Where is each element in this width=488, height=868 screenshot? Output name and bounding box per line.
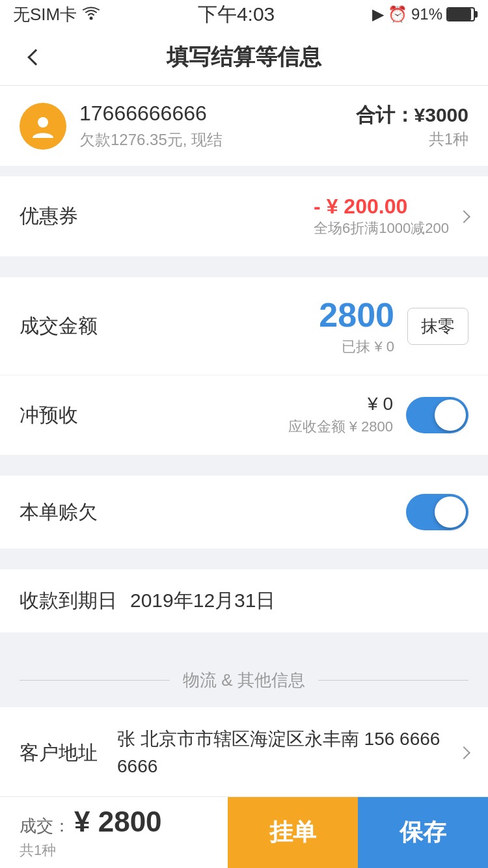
due-date-label: 收款到期日 bbox=[20, 588, 117, 614]
customer-right: 合计：¥3000 共1种 bbox=[356, 102, 468, 150]
section-divider-3 bbox=[0, 559, 488, 569]
header: 填写结算等信息 bbox=[0, 29, 488, 86]
customer-card: 17666666666 欠款1276.35元, 现结 合计：¥3000 共1种 bbox=[0, 86, 488, 166]
coupon-discount: - ¥ 200.00 bbox=[314, 195, 449, 219]
amount-right: 2800 已抹 ¥ 0 抹零 bbox=[319, 295, 468, 357]
alarm-icon: ⏰ bbox=[388, 5, 407, 23]
back-button[interactable] bbox=[20, 41, 52, 74]
prepay-right: ¥ 0 应收金额 ¥ 2800 bbox=[288, 394, 393, 437]
customer-phone: 17666666666 bbox=[79, 102, 223, 126]
section-divider-4 bbox=[0, 643, 488, 653]
logistics-divider: 物流 & 其他信息 bbox=[0, 653, 488, 707]
save-button[interactable]: 保存 bbox=[358, 797, 488, 869]
wifi-icon bbox=[82, 5, 100, 25]
battery-icon bbox=[446, 7, 475, 21]
customer-info: 17666666666 欠款1276.35元, 现结 bbox=[79, 102, 223, 150]
total-count: 共1种 bbox=[356, 129, 468, 150]
prepay-toggle[interactable] bbox=[406, 397, 468, 433]
amount-sub: 已抹 ¥ 0 bbox=[319, 337, 394, 357]
total-amount: 合计：¥3000 bbox=[356, 102, 468, 129]
customer-debt: 欠款1276.35元, 现结 bbox=[79, 129, 223, 150]
status-time: 下午4:03 bbox=[198, 1, 275, 28]
coupon-row[interactable]: 优惠券 - ¥ 200.00 全场6折满1000减200 bbox=[0, 176, 488, 256]
chevron-right-icon bbox=[457, 210, 470, 223]
address-chevron-icon bbox=[457, 746, 470, 759]
prepay-row: 冲预收 ¥ 0 应收金额 ¥ 2800 bbox=[0, 375, 488, 455]
amount-row: 成交金额 2800 已抹 ¥ 0 抹零 bbox=[0, 277, 488, 375]
customer-left: 17666666666 欠款1276.35元, 现结 bbox=[20, 102, 223, 150]
round-button[interactable]: 抹零 bbox=[407, 308, 468, 345]
carrier-label: 无SIM卡 bbox=[13, 3, 77, 26]
divider-line-left bbox=[20, 680, 170, 681]
status-left: 无SIM卡 bbox=[13, 3, 100, 26]
amount-section: 成交金额 2800 已抹 ¥ 0 抹零 冲预收 ¥ 0 应收金额 ¥ 2800 bbox=[0, 277, 488, 455]
footer-info: 成交： ¥ 2800 共1种 bbox=[0, 806, 228, 860]
due-date-value: 2019年12月31日 bbox=[130, 588, 275, 614]
svg-point-1 bbox=[38, 117, 48, 128]
divider-line-right bbox=[318, 680, 468, 681]
due-date-row: 收款到期日 2019年12月31日 bbox=[0, 569, 488, 632]
avatar bbox=[20, 103, 66, 150]
amount-label: 成交金额 bbox=[20, 313, 98, 340]
amount-value: 2800 bbox=[319, 295, 394, 334]
coupon-right: - ¥ 200.00 全场6折满1000减200 bbox=[314, 195, 468, 238]
address-value: 张 北京市市辖区海淀区永丰南 156 6666 6666 bbox=[117, 726, 455, 780]
debt-toggle-knob bbox=[435, 496, 466, 528]
debt-row: 本单赊欠 bbox=[0, 476, 488, 549]
footer-count: 共1种 bbox=[20, 841, 208, 860]
status-bar: 无SIM卡 下午4:03 ▶ ⏰ 91% bbox=[0, 0, 488, 29]
prepay-label: 冲预收 bbox=[20, 402, 78, 429]
debt-toggle[interactable] bbox=[406, 494, 468, 530]
toggle-knob bbox=[435, 400, 466, 431]
battery-label: 91% bbox=[411, 5, 442, 23]
address-label: 客户地址 bbox=[20, 740, 98, 766]
coupon-detail: 全场6折满1000减200 bbox=[314, 219, 449, 238]
footer: 成交： ¥ 2800 共1种 挂单 保存 bbox=[0, 796, 488, 868]
page-title: 填写结算等信息 bbox=[52, 42, 436, 72]
svg-point-0 bbox=[90, 16, 93, 20]
coupon-label: 优惠券 bbox=[20, 203, 78, 230]
prepay-amount: ¥ 0 bbox=[368, 394, 393, 414]
address-row[interactable]: 客户地址 张 北京市市辖区海淀区永丰南 156 6666 6666 bbox=[0, 707, 488, 798]
section-divider-2 bbox=[0, 465, 488, 476]
footer-amount: ¥ 2800 bbox=[74, 806, 162, 838]
back-arrow-icon bbox=[27, 49, 44, 65]
prepay-sub: 应收金额 ¥ 2800 bbox=[288, 417, 393, 437]
debt-label: 本单赊欠 bbox=[20, 499, 98, 526]
hang-button[interactable]: 挂单 bbox=[228, 797, 358, 869]
logistics-label: 物流 & 其他信息 bbox=[183, 669, 305, 692]
footer-amount-label: 成交： bbox=[20, 815, 70, 837]
location-icon: ▶ bbox=[372, 5, 384, 23]
section-divider bbox=[0, 267, 488, 277]
status-right: ▶ ⏰ 91% bbox=[372, 5, 475, 23]
